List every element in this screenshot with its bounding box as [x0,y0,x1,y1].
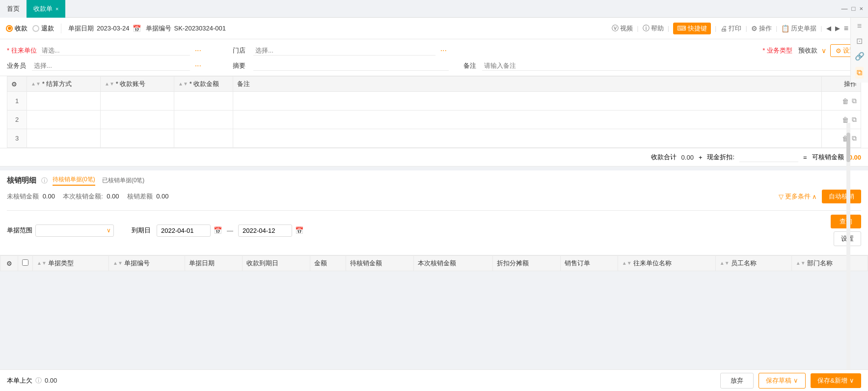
history-docs-btn[interactable]: 📋 历史单据 [781,24,816,33]
bth-discount: 折扣分摊额 [492,256,561,271]
unverified-value: 0.00 [43,193,55,200]
counterpart-input[interactable] [40,46,190,56]
print-label: 打印 [729,24,741,33]
bth-due-date: 收款到期日 [242,256,310,271]
row-3-remark[interactable] [233,129,822,148]
row-1-num: 1 [7,92,27,111]
video-btn[interactable]: ⓥ 视频 [612,24,633,33]
tab-done-writeoff[interactable]: 已核销单据(0笔) [102,176,145,185]
row-3-copy-icon[interactable]: ⧉ [852,134,857,142]
save-new-button[interactable]: 保存&新增 ∨ [811,373,861,388]
window-close-btn[interactable]: × [859,5,863,12]
date-from-input[interactable] [157,224,211,237]
row-3-account[interactable] [101,129,174,148]
salesperson-more-btn[interactable]: ··· [193,61,203,70]
operations-label: 操作 [759,24,772,33]
row-1-copy-icon[interactable]: ⧉ [852,97,857,105]
this-doc-info-icon[interactable]: ⓘ [35,376,42,385]
divider-v5: | [776,25,777,32]
sort-settlement-icon: ▲▼ [31,82,41,86]
video-icon: ⓥ [612,24,619,33]
date-from-cal-icon[interactable]: 📅 [214,226,222,234]
doc-no-value: SK-20230324-001 [174,25,226,32]
doc-range-select[interactable] [35,224,114,237]
tab-home[interactable]: 首页 [0,0,27,18]
row-1-remark[interactable] [233,92,822,111]
prev-icon[interactable]: ◀ [826,25,831,32]
doc-date-label: 单据日期 [68,24,94,33]
bth-settings[interactable]: ⚙ [0,256,18,271]
divider-v6: | [820,25,822,32]
due-date-field: 到期日 📅 — 📅 [132,224,303,237]
row-3-amount[interactable] [174,129,233,148]
print-btn[interactable]: 🖨 打印 [720,24,741,33]
date-to-cal-icon[interactable]: 📅 [295,226,303,234]
operations-btn[interactable]: ⚙ 操作 [751,24,772,33]
query-button[interactable]: 查询 [831,215,861,228]
total-label: 收款合计 [651,153,677,162]
bth-department: ▲▼部门名称 [791,256,868,271]
row-2-settlement[interactable] [27,111,101,129]
row-1-account[interactable] [101,92,174,111]
save-new-label: 保存&新增 [817,376,847,385]
doc-date-value: 2023-03-24 [97,25,130,32]
table-row: 3 🗑 ⧉ [7,129,861,148]
row-1-delete-icon[interactable]: 🗑 [842,97,849,105]
history-icon: 📋 [781,25,789,32]
shortcut-label: 快捷键 [688,24,707,33]
writeoff-header: 核销明细 ⓘ 待核销单据(0笔) 已核销单据(0笔) [7,175,861,186]
summary-input[interactable] [253,61,449,71]
window-max-btn[interactable]: □ [852,5,856,12]
discount-input[interactable] [739,152,798,162]
save-draft-button[interactable]: 保存草稿 ∨ [759,373,806,389]
row-3-settlement[interactable] [27,129,101,148]
filter-right-buttons: 查询 设置 [831,215,861,246]
th-settings[interactable]: ⚙ [7,77,27,92]
store-input[interactable] [253,46,435,56]
radio-receipt[interactable]: 收款 [6,24,27,33]
more-conditions-btn[interactable]: ▽ 更多条件 ∧ [779,192,817,201]
store-field: 门店 ··· [233,46,449,56]
bottom-table: ⚙ ▲▼单据类型 ▲▼单据编号 单据日期 收款到期日 金额 待核 [0,255,868,271]
row-1-amount[interactable] [174,92,233,111]
row-2-amount[interactable] [174,111,233,129]
salesperson-input[interactable] [32,61,190,71]
next-icon[interactable]: ▶ [835,25,840,32]
window-min-btn[interactable]: — [841,5,848,12]
select-all-checkbox[interactable] [22,259,28,266]
form-row-2: 业务员 ··· 摘要 备注 [7,61,861,71]
business-type-arrow[interactable]: ∨ [820,47,827,55]
tab-pending-writeoff[interactable]: 待核销单据(0笔) [53,175,95,186]
doc-range-field: 单据范围 ∨ [7,224,114,237]
tab-receipts[interactable]: 收款单 × [27,0,65,18]
radio-refund[interactable]: 退款 [32,24,54,33]
tab-close-icon[interactable]: × [55,6,58,12]
rs-link-icon[interactable]: 🔗 [855,52,865,61]
shortcut-btn[interactable]: ⌨ 快捷键 [673,23,711,34]
date-to-input[interactable] [238,224,292,237]
sort-dept-icon: ▲▼ [796,261,806,266]
bth-doc-date-label: 单据日期 [189,259,215,267]
tab-receipts-label: 收款单 [33,4,53,13]
abandon-button[interactable]: 放弃 [720,373,754,389]
th-remark-label: 备注 [237,80,250,87]
writeoff-info-icon[interactable]: ⓘ [41,176,48,185]
bth-current-writeoff: 本次核销金额 [414,256,492,271]
shortcut-button[interactable]: ⌨ 快捷键 [673,23,711,34]
calendar-icon[interactable]: 📅 [133,25,141,32]
scroll-thumb[interactable] [846,133,850,162]
rs-table-icon[interactable]: ≡ [857,22,862,30]
remark-input[interactable] [482,61,861,71]
auto-writeoff-button[interactable]: 自动核销 [822,190,861,203]
business-type-label: * 业务类型 [762,46,792,55]
rs-grid-icon[interactable]: ⊡ [856,36,863,46]
layout-icon[interactable]: ≡ [844,24,848,33]
rs-expand-icon[interactable]: ⧉ [855,67,864,79]
store-more-btn[interactable]: ··· [438,46,449,55]
row-2-account[interactable] [101,111,174,129]
row-1-settlement[interactable] [27,92,101,111]
row-2-copy-icon[interactable]: ⧉ [852,115,857,124]
counterpart-more-btn[interactable]: ··· [193,46,203,55]
help-btn[interactable]: ⓘ 帮助 [643,24,664,33]
row-2-remark[interactable] [233,111,822,129]
